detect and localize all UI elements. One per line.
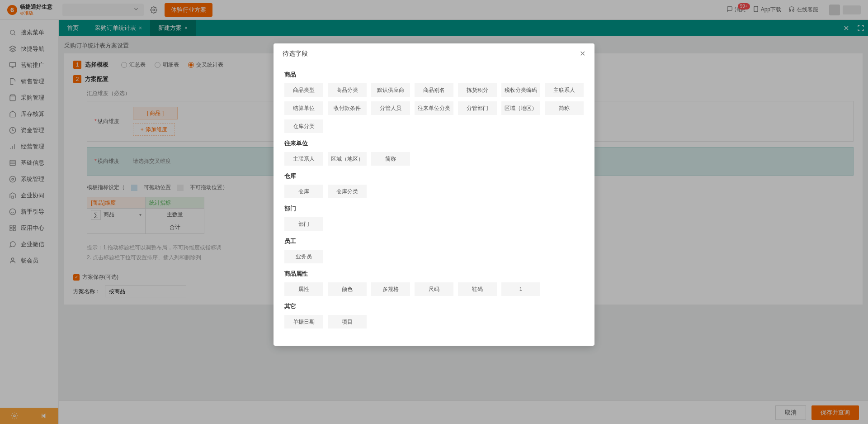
field-chip[interactable]: 尺码 — [415, 282, 453, 296]
field-group: 其它单据日期项目 — [284, 302, 584, 329]
modal-title: 待选字段 — [283, 50, 308, 58]
field-group: 部门部门 — [284, 205, 584, 231]
field-chip[interactable]: 项目 — [328, 315, 367, 329]
field-chip[interactable]: 多规格 — [371, 282, 410, 296]
field-chip[interactable]: 商品类型 — [284, 83, 323, 97]
field-group-title: 部门 — [284, 205, 584, 213]
field-chip[interactable]: 商品分类 — [328, 83, 367, 97]
field-chip[interactable]: 属性 — [284, 282, 323, 296]
field-group-title: 商品属性 — [284, 270, 584, 278]
field-chip[interactable]: 往来单位分类 — [415, 101, 453, 115]
modal-close-button[interactable]: ✕ — [580, 49, 585, 58]
field-chip[interactable]: 税收分类编码 — [501, 83, 540, 97]
field-chip[interactable]: 仓库分类 — [284, 119, 323, 133]
field-chip[interactable]: 分管人员 — [371, 101, 410, 115]
field-chip[interactable]: 部门 — [284, 217, 323, 231]
field-group-title: 员工 — [284, 237, 584, 245]
field-chip[interactable]: 区域（地区） — [501, 101, 540, 115]
field-chip[interactable]: 仓库分类 — [328, 185, 367, 198]
field-group-title: 仓库 — [284, 172, 584, 180]
field-group-title: 往来单位 — [284, 139, 584, 148]
field-chip[interactable]: 仓库 — [284, 185, 323, 198]
field-chip[interactable]: 主联系人 — [284, 152, 323, 166]
field-chip[interactable]: 区域（地区） — [328, 152, 367, 166]
field-chip[interactable]: 拣货积分 — [458, 83, 497, 97]
field-chip[interactable]: 商品别名 — [415, 83, 453, 97]
modal-overlay[interactable]: 待选字段 ✕ 商品商品类型商品分类默认供应商商品别名拣货积分税收分类编码主联系人… — [0, 0, 868, 424]
field-group: 商品属性属性颜色多规格尺码鞋码1 — [284, 270, 584, 296]
field-selector-modal: 待选字段 ✕ 商品商品类型商品分类默认供应商商品别名拣货积分税收分类编码主联系人… — [274, 43, 594, 346]
field-group: 商品商品类型商品分类默认供应商商品别名拣货积分税收分类编码主联系人结算单位收付款… — [284, 71, 584, 133]
field-chip[interactable]: 简称 — [545, 101, 584, 115]
field-chip[interactable]: 单据日期 — [284, 315, 323, 329]
field-chip[interactable]: 结算单位 — [284, 101, 323, 115]
field-chip[interactable]: 业务员 — [284, 250, 323, 263]
field-chip[interactable]: 鞋码 — [458, 282, 497, 296]
field-group: 仓库仓库仓库分类 — [284, 172, 584, 198]
field-chip[interactable]: 颜色 — [328, 282, 367, 296]
field-group-title: 商品 — [284, 71, 584, 79]
field-group-title: 其它 — [284, 302, 584, 310]
field-chip[interactable]: 收付款条件 — [328, 101, 367, 115]
field-group: 员工业务员 — [284, 237, 584, 263]
field-group: 往来单位主联系人区域（地区）简称 — [284, 139, 584, 166]
field-chip[interactable]: 默认供应商 — [371, 83, 410, 97]
field-chip[interactable]: 分管部门 — [458, 101, 497, 115]
field-chip[interactable]: 简称 — [371, 152, 410, 166]
field-chip[interactable]: 主联系人 — [545, 83, 584, 97]
field-chip[interactable]: 1 — [501, 282, 540, 296]
